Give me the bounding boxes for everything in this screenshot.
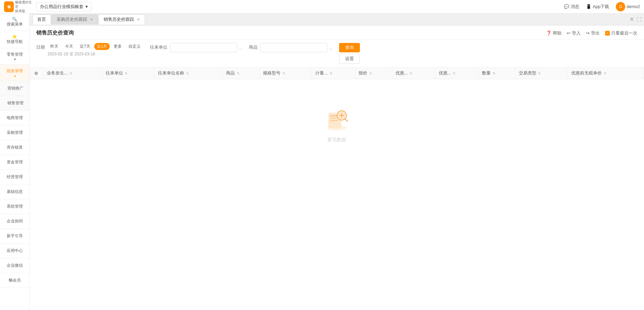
th-spec[interactable]: 规格型号 ⇅ [259, 67, 312, 79]
sidebar-item-system-mgmt[interactable]: 系统管理 [0, 199, 29, 214]
th-unit[interactable]: 计量... ⇅ [312, 67, 355, 79]
tab-purchase-history[interactable]: 采购历史价跟踪 ✕ [52, 14, 98, 24]
user-avatar-button[interactable]: D demo2 [616, 2, 640, 11]
sort-icon-discount2: ⇅ [453, 71, 455, 75]
top-header: 畅 畅捷通好生意 标准版 办公用品行业模拟账套 ▾ 💬 消息 📱 App下载 D… [0, 0, 644, 13]
date-filter-label: 日期 [36, 43, 45, 50]
sidebar-item-marketing[interactable]: 营销推广 [0, 81, 29, 96]
partner-filter-label: 往来单位 [150, 43, 167, 50]
th-discount2[interactable]: 优惠... ⇅ [435, 67, 478, 79]
th-settings[interactable]: ⚙ [30, 67, 43, 79]
th-discount1[interactable]: 优惠... ⇅ [392, 67, 435, 79]
sidebar-item-enterprise-collab[interactable]: 企业协同 [0, 214, 29, 229]
date-opt-custom[interactable]: 自定义 [126, 43, 143, 50]
th-pretax-price[interactable]: 优惠前无税单价 ⇅ [568, 67, 644, 79]
sidebar-item-basic-info[interactable]: 基础信息 [0, 185, 29, 199]
app-download-button[interactable]: 📱 App下载 [586, 4, 609, 10]
close-tab-sales-icon[interactable]: ✕ [137, 17, 140, 22]
page-content: 销售历史价查询 ❓ 帮助 ↩ 导入 ↪ 导出 ✓ [30, 25, 644, 310]
tab-sales-history[interactable]: 销售历史价跟踪 ✕ [99, 14, 145, 24]
tab-home[interactable]: 首页 [32, 14, 51, 24]
th-quantity[interactable]: 数量 ⇅ [479, 67, 515, 79]
search-button[interactable]: 查询 [339, 43, 360, 52]
th-partner-code[interactable]: 往来单位 ⇅ [102, 67, 154, 79]
header-right: 💬 消息 📱 App下载 D demo2 [564, 2, 640, 11]
export-button[interactable]: ↪ 导出 [586, 30, 600, 36]
sort-icon-biz-date: ⇅ [69, 71, 72, 75]
sort-icon-trade-type: ⇅ [538, 71, 541, 75]
logo-icon: 畅 [4, 1, 14, 12]
checkbox-icon: ✓ [605, 31, 610, 36]
maximize-icon[interactable]: ⛶ [637, 17, 641, 22]
product-input[interactable] [260, 43, 327, 52]
filter-bar: 日期 昨天 今天 近7天 近1月 更多 自定义 2023-02-18 至 202… [30, 40, 644, 67]
date-opt-yesterday[interactable]: 昨天 [48, 43, 61, 50]
th-trade-type[interactable]: 交易类型 ⇅ [515, 67, 568, 79]
th-quote[interactable]: 报价 ⇅ [355, 67, 392, 79]
search-icon: 🔍 [12, 17, 17, 21]
th-partner-name[interactable]: 往来单位名称 ⇅ [154, 67, 222, 79]
sidebar-item-sales-mgmt[interactable]: 销售管理 [0, 96, 29, 111]
svg-rect-5 [330, 118, 337, 119]
empty-state: 暂无数据 [30, 79, 644, 170]
sidebar-item-member[interactable]: 畅会员 [0, 273, 29, 288]
sidebar-item-quick-nav[interactable]: ⭐ 快捷导航 [0, 31, 29, 48]
sidebar-item-app-center[interactable]: 应用中心 [0, 244, 29, 258]
th-biz-date[interactable]: 业务发生... ⇅ [43, 67, 102, 79]
th-product[interactable]: 商品 ⇅ [223, 67, 259, 79]
settings-icon: ⚙ [34, 71, 38, 76]
partner-dots-button[interactable]: ... [238, 45, 242, 50]
filter-settings-button[interactable]: 设置 [339, 54, 360, 64]
sidebar-item-newcomer-guide[interactable]: 新手引导 [0, 229, 29, 244]
close-window-icon[interactable]: ✕ [630, 16, 634, 22]
logo-area: 畅 畅捷通好生意 标准版 [4, 0, 34, 13]
sort-icon-quote: ⇅ [369, 71, 372, 75]
app-selector[interactable]: 办公用品行业模拟账套 ▾ [36, 2, 92, 11]
message-button[interactable]: 💬 消息 [564, 4, 579, 10]
date-opt-more[interactable]: 更多 [111, 43, 124, 50]
sidebar-item-search-menu[interactable]: 🔍 搜索菜单 [0, 13, 29, 31]
page-title: 销售历史价查询 [36, 30, 74, 37]
sidebar-item-retail-mgmt[interactable]: 零售管理 ▾ [0, 48, 29, 65]
product-input-group: ... [260, 43, 332, 52]
page-title-bar: 销售历史价查询 ❓ 帮助 ↩ 导入 ↪ 导出 ✓ [30, 25, 644, 40]
sort-icon-partner-name: ⇅ [186, 71, 189, 75]
sidebar-item-finance-mgmt[interactable]: 资金管理 [0, 155, 29, 170]
sort-icon-unit: ⇅ [330, 71, 332, 75]
export-icon: ↪ [586, 31, 590, 36]
help-button[interactable]: ❓ 帮助 [546, 30, 561, 36]
filter-btn-group: 查询 设置 [339, 43, 360, 64]
star-icon: ⭐ [12, 34, 17, 39]
import-button[interactable]: ↩ 导入 [567, 30, 581, 36]
chevron-down-icon: ▾ [86, 4, 88, 9]
sort-icon-quantity: ⇅ [493, 71, 495, 75]
table-header-row: ⚙ 业务发生... ⇅ 往来单位 ⇅ 往来单位名称 [30, 67, 644, 79]
partner-input-group: ... [170, 43, 242, 52]
product-dots-button[interactable]: ... [329, 45, 332, 50]
date-opt-7days[interactable]: 近7天 [77, 43, 93, 50]
sidebar-item-inventory[interactable]: 库存核算 [0, 140, 29, 155]
date-opt-1month[interactable]: 近1月 [94, 43, 110, 50]
avatar: D [616, 2, 625, 11]
date-filter-group: 日期 昨天 今天 近7天 近1月 更多 自定义 2023-02-18 至 202… [36, 43, 143, 57]
tab-bar: 首页 采购历史价跟踪 ✕ 销售历史价跟踪 ✕ ✕ ⛶ [30, 13, 644, 25]
content-area: 首页 采购历史价跟踪 ✕ 销售历史价跟踪 ✕ ✕ ⛶ 销售历史价查询 [30, 13, 644, 310]
help-icon: ❓ [546, 31, 551, 36]
sort-icon-discount1: ⇅ [410, 71, 412, 75]
sidebar-item-ecommerce-mgmt[interactable]: 电商管理 [0, 111, 29, 125]
import-icon: ↩ [567, 31, 571, 36]
sort-icon-spec: ⇅ [282, 71, 285, 75]
sort-icon-pretax-price: ⇅ [604, 71, 606, 75]
sidebar-item-operations-mgmt[interactable]: 经营管理 [0, 170, 29, 185]
date-opt-today[interactable]: 今天 [62, 43, 76, 50]
sidebar-item-enterprise-wechat[interactable]: 企业微信 [0, 258, 29, 273]
chevron-down-icon: ▾ [14, 57, 16, 61]
sidebar-item-purchase-mgmt[interactable]: 采购管理 [0, 125, 29, 140]
avatar-initial: D [619, 4, 622, 9]
close-tab-purchase-icon[interactable]: ✕ [90, 17, 93, 22]
empty-illustration [323, 106, 350, 133]
download-icon: 📱 [586, 4, 591, 9]
partner-input[interactable] [170, 43, 237, 52]
sidebar-item-wholesale-mgmt[interactable]: 批发管理 ▴ [0, 65, 29, 81]
only-last-checkbox[interactable]: ✓ 只看最后一次 [605, 30, 637, 36]
